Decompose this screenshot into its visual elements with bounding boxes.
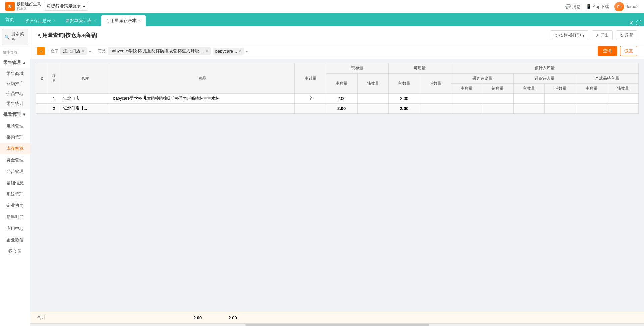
col-settings-header[interactable]: ⚙ <box>36 63 48 94</box>
chevron-down-icon: ▾ <box>582 33 585 38</box>
filter-bar: » 仓库 江北门店 × ··· 商品 babycare学饮杯 儿童防摔防撞吸管杯… <box>30 43 644 59</box>
goods-tag-1[interactable]: babycare学饮杯 儿童防摔防撞吸管杯重力球吸嘴杯宝宝水杯 × <box>108 47 210 55</box>
tab-bar-right: ✕ ⛶ <box>629 20 644 26</box>
cell-unit <box>295 104 326 114</box>
cell-avail-aux <box>420 94 451 104</box>
logo-main-text: 畅捷通好生意 <box>17 2 41 6</box>
tab-close-icon[interactable]: × <box>53 18 55 23</box>
sidebar-item-appcenter[interactable]: 应用中心 <box>0 223 30 234</box>
chevron-icon: ▲ <box>22 60 26 65</box>
sidebar-item-finance[interactable]: 资金管理 <box>0 154 30 166</box>
expand-icon[interactable]: ⛶ <box>636 20 641 26</box>
total-bar: 合计 2.00 2.00 <box>30 312 644 323</box>
col-avail-main-header: 主数量 <box>388 74 420 94</box>
cell-stock-main: 2.00 <box>326 104 357 114</box>
tab-label: 要货单统计表 <box>65 18 92 24</box>
remove-goods-1-icon[interactable]: × <box>206 49 208 53</box>
tab-close-icon[interactable]: × <box>139 18 141 23</box>
user-area[interactable]: Ea demo2 <box>614 2 639 11</box>
more-warehouse-icon[interactable]: ··· <box>89 49 92 54</box>
col-product-aux-header: 辅数量 <box>607 84 638 94</box>
filter-right-btns: 查询 设置 <box>598 46 637 56</box>
more-goods-icon[interactable]: ··· <box>246 49 250 54</box>
sidebar-item-label: 基础信息 <box>6 180 24 186</box>
tab-home[interactable]: 首页 <box>0 13 19 26</box>
sidebar-item-label: 库存核算 <box>6 146 24 152</box>
sidebar-item-label: 营销推广 <box>6 81 24 87</box>
cell-warehouse: 江北门店 <box>60 94 110 104</box>
sidebar-item-label: 采购管理 <box>6 134 24 140</box>
sidebar-item-marketing[interactable]: 营销推广 <box>0 79 30 89</box>
goods-label: 商品 <box>98 48 106 54</box>
sidebar-item-operation[interactable]: 经营管理 <box>0 166 30 177</box>
setting-button[interactable]: 设置 <box>620 46 637 56</box>
app-download-btn[interactable]: 📱 App下载 <box>586 4 609 10</box>
sidebar-item-wechat[interactable]: 企业微信 <box>0 234 30 246</box>
sidebar-item-label: 应用中心 <box>6 226 24 232</box>
cell-avail-aux <box>420 104 451 114</box>
cell-goods: babycare学饮杯 儿童防摔防撞吸管杯重力球吸嘴杯宝宝水杯 <box>110 94 295 104</box>
expand-filter-btn[interactable]: » <box>37 47 45 55</box>
sidebar-item-collab[interactable]: 企业协同 <box>0 200 30 212</box>
sidebar-item-wholesale[interactable]: 批发管理 ▼ <box>0 109 30 120</box>
sidebar-nav-label: 快捷导航 <box>0 48 30 57</box>
col-avail-aux-header: 辅数量 <box>420 74 451 94</box>
col-stock-main-header: 主数量 <box>326 74 357 94</box>
cell-inbound-aux <box>545 94 576 104</box>
sidebar-item-system[interactable]: 系统管理 <box>0 189 30 200</box>
logo-area: 好 畅捷通好生意 标准版 <box>5 2 41 11</box>
export-btn[interactable]: ↗ 导出 <box>592 30 613 40</box>
col-inbound-group-header: 进货待入量 <box>514 74 576 84</box>
sidebar: 🔍 搜索菜单 快捷导航 零售管理 ▲ 零售商城 营销推广 会员中心 零售统计 批… <box>0 26 30 326</box>
col-inbound-main-header: 主数量 <box>514 84 545 94</box>
tab-label: 可用量库存账本 <box>106 18 137 24</box>
sidebar-item-retail-stat[interactable]: 零售统计 <box>0 99 30 109</box>
sidebar-item-member[interactable]: 会员中心 <box>0 89 30 99</box>
content-area: 可用量查询(按仓库+商品) 🖨 按模板打印 ▾ ↗ 导出 ↻ 刷新 <box>30 26 644 326</box>
logo-icon: 好 <box>5 2 15 11</box>
sidebar-item-basic[interactable]: 基础信息 <box>0 177 30 189</box>
tab-yaohuo[interactable]: 要货单统计表 × <box>61 15 101 26</box>
page-title: 可用量查询(按仓库+商品) <box>37 32 97 39</box>
cell-product-aux <box>607 104 638 114</box>
sidebar-item-newbie[interactable]: 新手引导 <box>0 212 30 223</box>
col-product-group-header: 产成品待入量 <box>576 74 638 84</box>
top-bar: 好 畅捷通好生意 标准版 母婴行业演示账套 ▾ 💬 消息 📱 App下载 Ea … <box>0 0 644 13</box>
search-label: 搜索菜单 <box>11 31 25 43</box>
warehouse-tag[interactable]: 江北门店 × <box>60 47 87 55</box>
tab-keyong[interactable]: 可用量库存账本 × <box>101 15 146 26</box>
query-button[interactable]: 查询 <box>598 46 617 56</box>
search-menu-btn[interactable]: 🔍 搜索菜单 <box>2 29 28 45</box>
sidebar-item-purchase[interactable]: 采购管理 <box>0 132 30 143</box>
cell-product-aux <box>607 94 638 104</box>
scrollbar-area[interactable] <box>30 323 644 326</box>
sidebar-item-retail[interactable]: 零售管理 ▲ <box>0 57 30 68</box>
search-icon: 🔍 <box>4 35 10 40</box>
tab-close-icon[interactable]: × <box>94 18 96 23</box>
total-label: 合计 <box>37 315 46 321</box>
sidebar-item-label: 企业微信 <box>6 237 24 243</box>
sidebar-item-label: 会员中心 <box>6 91 24 97</box>
account-selector[interactable]: 母婴行业演示账套 ▾ <box>44 2 88 11</box>
print-btn[interactable]: 🖨 按模板打印 ▾ <box>550 30 588 40</box>
sidebar-item-retail-mall[interactable]: 零售商城 <box>0 68 30 79</box>
refresh-label: 刷新 <box>625 32 634 38</box>
col-product-main-header: 主数量 <box>576 84 607 94</box>
avatar: Ea <box>614 2 624 11</box>
message-btn[interactable]: 💬 消息 <box>565 4 581 10</box>
remove-goods-2-icon[interactable]: × <box>239 49 241 53</box>
page-header: 可用量查询(按仓库+商品) 🖨 按模板打印 ▾ ↗ 导出 ↻ 刷新 <box>30 26 644 43</box>
goods-tag-2[interactable]: babycare… × <box>213 48 244 55</box>
refresh-icon: ↻ <box>620 33 624 38</box>
tab-shoufacun[interactable]: 收发存汇总表 × <box>20 15 60 26</box>
remove-warehouse-icon[interactable]: × <box>82 49 84 53</box>
refresh-btn[interactable]: ↻ 刷新 <box>616 30 637 40</box>
sidebar-item-ecommerce[interactable]: 电商管理 <box>0 120 30 132</box>
table-row: 1 江北门店 babycare学饮杯 儿童防摔防撞吸管杯重力球吸嘴杯宝宝水杯 个… <box>36 94 639 104</box>
close-window-icon[interactable]: ✕ <box>629 20 633 26</box>
col-stock-aux-header: 辅数量 <box>357 74 388 94</box>
sidebar-item-inventory[interactable]: 库存核算 <box>0 143 30 154</box>
sidebar-item-label: 新手引导 <box>6 214 24 220</box>
sidebar-item-member2[interactable]: 畅会员 <box>0 246 30 257</box>
logo-sub-text: 标准版 <box>17 7 41 11</box>
